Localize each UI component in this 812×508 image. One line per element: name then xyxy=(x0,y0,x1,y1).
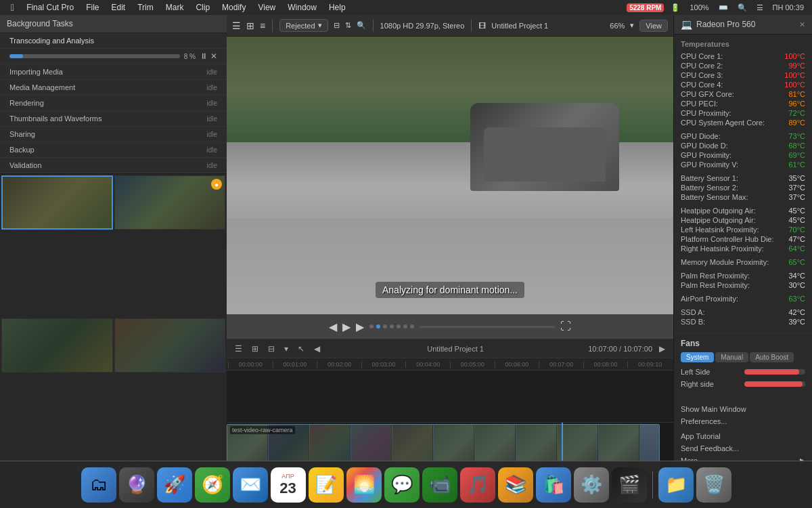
fan-tab-system[interactable]: System xyxy=(681,352,714,362)
search-filter-icon[interactable]: 🔍 xyxy=(357,21,366,30)
dock-mail[interactable]: ✉️ xyxy=(233,467,268,503)
dock-facetime[interactable]: 📹 xyxy=(422,467,457,503)
fullscreen-button[interactable]: ⛶ xyxy=(560,320,571,333)
menu-show-main[interactable]: Show Main Window xyxy=(681,403,805,415)
task-controls[interactable]: ⏸ ✕ xyxy=(200,51,217,61)
tl-right-nav[interactable]: ▶ xyxy=(656,343,668,355)
bg-tasks-title: Background Tasks xyxy=(7,19,73,28)
ruler-tick-5: 00:05:00 xyxy=(450,361,495,368)
fan-tab-auto[interactable]: Auto Boost xyxy=(750,352,794,362)
menu-help[interactable]: Help xyxy=(323,1,351,14)
temp-left-hs-label: Left Heatsink Proximity: xyxy=(681,226,759,234)
rpm-badge: 5228 RPM xyxy=(627,3,664,12)
search-icon[interactable]: 🔍 xyxy=(735,3,750,13)
video-controls[interactable]: ◀ ▶ ▶ ⛶ xyxy=(227,314,673,339)
dock-safari[interactable]: 🧭 xyxy=(195,467,230,503)
tl-clip-icon[interactable]: ⊟ xyxy=(265,343,277,355)
temp-ssd-b: SSD B: 39°C xyxy=(681,318,805,326)
keyboard-icon: ⌨️ xyxy=(716,3,731,13)
menu-window[interactable]: Window xyxy=(282,1,322,14)
menu-file[interactable]: File xyxy=(81,1,104,14)
menu-view[interactable]: View xyxy=(252,1,281,14)
task-status-importing: idle xyxy=(206,68,217,76)
menu-mark[interactable]: Mark xyxy=(160,1,189,14)
temp-hp-out-2-value: 45°C xyxy=(788,216,805,224)
temp-cpu-sa: CPU System Agent Core: 89°C xyxy=(681,119,805,127)
dock-appstore[interactable]: 🛍️ xyxy=(536,467,571,503)
gpu-close-button[interactable]: ✕ xyxy=(799,20,805,29)
dock-finder[interactable]: 🗂 xyxy=(81,467,116,503)
index-icon[interactable]: ☰ xyxy=(232,20,241,31)
dock-trash[interactable]: 🗑️ xyxy=(696,467,731,503)
temp-bat-max: Battery Sensor Max: 37°C xyxy=(681,193,805,201)
tl-options-icon[interactable]: ▾ xyxy=(281,343,291,355)
fan-left-side: Left Side xyxy=(681,368,805,376)
dock-books[interactable]: 📚 xyxy=(498,467,533,503)
tl-arrow-icon[interactable]: ↖ xyxy=(295,343,307,355)
dot-2 xyxy=(376,324,380,329)
task-item-transcoding: Transcoding and Analysis xyxy=(0,33,227,49)
grid-icon[interactable]: ⊞ xyxy=(246,20,254,31)
thumbnail-1[interactable] xyxy=(1,175,113,230)
thumbnail-3[interactable] xyxy=(1,318,113,373)
dock-settings[interactable]: ⚙️ xyxy=(574,467,609,503)
chevron-down-icon: ▾ xyxy=(318,21,322,30)
dock: 🗂 🔮 🚀 🧭 ✉️ АПР 23 📝 🌅 💬 📹 🎵 📚 🛍️ ⚙️ 🎬 xyxy=(0,461,812,508)
fans-tabs[interactable]: System Manual Auto Boost xyxy=(681,352,805,362)
fan-tab-manual[interactable]: Manual xyxy=(715,352,748,362)
dock-photos[interactable]: 🌅 xyxy=(346,467,382,503)
video-area: Analyzing for dominant motion... ◀ ▶ ▶ xyxy=(227,37,673,339)
pause-button[interactable]: ⏸ xyxy=(200,51,208,61)
menubar-right: 5228 RPM 🔋 100% ⌨️ 🔍 ☰ ПН 00:39 xyxy=(627,3,812,13)
next-frame-button[interactable]: ▶ xyxy=(356,320,364,333)
menu-edit[interactable]: Edit xyxy=(106,1,131,14)
tl-add-track-icon[interactable]: ⊞ xyxy=(249,343,261,355)
menu-fcp[interactable]: Final Cut Pro xyxy=(21,1,79,14)
dock-siri[interactable]: 🔮 xyxy=(119,467,154,503)
bg-tasks-header: Background Tasks xyxy=(0,15,227,33)
zoom-chevron[interactable]: ▾ xyxy=(630,21,634,30)
sort-icon[interactable]: ⇅ xyxy=(345,21,351,30)
thumbnail-2[interactable]: ● xyxy=(114,175,226,230)
menu-trim[interactable]: Trim xyxy=(132,1,159,14)
temp-cpu-core2-value: 99°C xyxy=(788,62,805,70)
menu-clip[interactable]: Clip xyxy=(190,1,215,14)
dock-fcp[interactable]: 🎬 xyxy=(612,467,647,503)
task-item-sharing: Sharing idle xyxy=(0,127,227,142)
dock-notes[interactable]: 📝 xyxy=(309,467,344,503)
task-item-backup: Backup idle xyxy=(0,142,227,158)
view-button[interactable]: View xyxy=(639,20,668,32)
prev-frame-button[interactable]: ◀ xyxy=(329,320,337,333)
dock-messages[interactable]: 💬 xyxy=(384,467,420,503)
dock-music[interactable]: 🎵 xyxy=(460,467,495,503)
dock-calendar[interactable]: АПР 23 xyxy=(271,467,306,503)
menu-tutorial[interactable]: App Tutorial xyxy=(681,430,805,442)
apple-menu[interactable]:  xyxy=(5,2,20,13)
menu-modify[interactable]: Modify xyxy=(217,1,251,14)
temp-mem-prox-value: 65°C xyxy=(788,258,805,266)
dock-finder-secondary[interactable]: 📁 xyxy=(658,467,694,503)
task-item-media-mgmt: Media Management idle xyxy=(0,80,227,96)
thumbnail-4[interactable] xyxy=(114,318,226,373)
toolbar-sep-3 xyxy=(471,20,472,32)
temp-gpu-diode-label: GPU Diode: xyxy=(681,132,721,140)
timeline-tracks: test-video-raw-camera xyxy=(227,371,673,474)
play-button[interactable]: ▶ xyxy=(342,320,351,333)
rejected-filter-button[interactable]: Rejected ▾ xyxy=(279,19,328,32)
menu-feedback[interactable]: Send Feedback... xyxy=(681,442,805,454)
stop-button[interactable]: ✕ xyxy=(210,51,217,61)
tl-index-icon[interactable]: ☰ xyxy=(232,343,245,355)
launchpad-icon: 🚀 xyxy=(164,474,185,495)
fan-left-label: Left Side xyxy=(681,368,710,376)
dock-launchpad[interactable]: 🚀 xyxy=(157,467,192,503)
ruler-tick-3: 00:03:00 xyxy=(361,361,406,368)
ruler-tick-2: 00:02:00 xyxy=(317,361,361,368)
menu-preferences[interactable]: Preferences... xyxy=(681,415,805,427)
view-options-icon[interactable]: ⊟ xyxy=(334,21,340,30)
temp-palm-2-label: Palm Rest Proximity: xyxy=(681,281,750,289)
playback-progress[interactable] xyxy=(420,326,555,328)
list-icon[interactable]: ≡ xyxy=(260,20,265,31)
temp-gpu-diode-d-label: GPU Diode D: xyxy=(681,142,728,150)
control-center-icon[interactable]: ☰ xyxy=(754,3,766,13)
tl-left-nav[interactable]: ◀ xyxy=(311,343,323,355)
